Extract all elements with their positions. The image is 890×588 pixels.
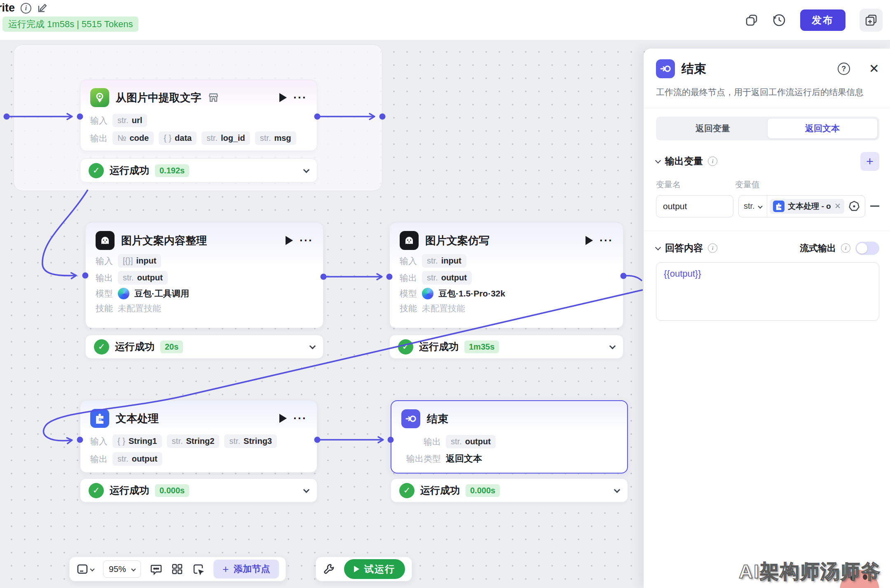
collapse-chevron-icon[interactable] [655, 244, 661, 250]
param-chip: str.output [112, 452, 162, 466]
add-variable-button[interactable]: + [860, 152, 879, 171]
test-run-button[interactable]: 试运行 [344, 559, 405, 579]
publish-button[interactable]: 发布 [800, 9, 846, 31]
svg-text:Str: Str [98, 418, 104, 422]
expand-chevron-icon[interactable] [309, 343, 316, 349]
output-label: 输出 [96, 272, 113, 284]
node-menu-button[interactable]: ··· [293, 413, 307, 424]
add-window-button[interactable] [860, 9, 883, 32]
plus-icon: + [222, 564, 229, 574]
param-chip: str.msg [255, 131, 296, 145]
variable-value-control[interactable]: str. Str 文本处理 - o... ✕ [738, 195, 865, 217]
answer-content-editor[interactable]: {{output}} [656, 262, 879, 321]
node-run-status-bar[interactable]: ✓ 运行成功 1m35s [389, 335, 623, 359]
output-type-label: 输出类型 [401, 453, 441, 464]
node-run-status-bar[interactable]: ✓ 运行成功 20s [85, 335, 323, 359]
zoom-level-dropdown[interactable]: 95% [103, 560, 141, 578]
node-run-status-bar[interactable]: ✓ 运行成功 0.000s [391, 478, 628, 502]
node-menu-button[interactable]: ··· [600, 235, 613, 246]
node-run-status-bar[interactable]: ✓ 运行成功 0.192s [80, 159, 317, 182]
output-label: 输出 [401, 436, 441, 448]
copy-link-icon[interactable] [745, 14, 758, 27]
node-end[interactable]: 结束 输出 str.output 输出类型 返回文本 [391, 400, 628, 474]
input-label: 输入 [90, 115, 108, 126]
run-node-button[interactable] [286, 236, 293, 245]
play-icon [354, 566, 359, 572]
node-menu-button[interactable]: ··· [293, 92, 307, 103]
expand-chevron-icon[interactable] [303, 486, 310, 493]
expand-chevron-icon[interactable] [609, 343, 616, 349]
export-canvas-icon[interactable] [192, 563, 204, 575]
node-extract-text-from-image[interactable]: 从图片中提取文字 ··· 输入 str.url 输出 №code { }data… [80, 79, 317, 151]
collapse-chevron-icon[interactable] [655, 157, 661, 163]
node-title: 结束 [427, 412, 448, 426]
node-title: 从图片中提取文字 [116, 91, 201, 105]
divider [644, 108, 890, 108]
node-menu-button[interactable]: ··· [300, 235, 313, 246]
chevron-down-icon [131, 567, 136, 571]
output-label: 输出 [400, 272, 417, 284]
expand-chevron-icon[interactable] [614, 486, 621, 493]
variable-name-input[interactable] [656, 195, 733, 217]
store-icon [208, 93, 219, 103]
model-label: 模型 [96, 288, 113, 299]
end-node-icon [656, 59, 675, 78]
text-processing-plugin-icon: Str [90, 409, 109, 428]
param-chip: str.output [446, 435, 496, 448]
remove-ref-icon[interactable]: ✕ [834, 201, 841, 211]
success-check-icon: ✓ [89, 483, 104, 498]
param-chip: str.output [422, 271, 472, 285]
node-config-panel: 结束 ? ✕ 工作流的最终节点，用于返回工作流运行后的结果信息 返回变量 返回文… [644, 49, 890, 588]
variable-settings-icon[interactable] [847, 200, 865, 213]
workflow-title-text: rite [0, 2, 15, 14]
edit-title-icon[interactable] [37, 3, 47, 13]
run-node-button[interactable] [586, 236, 593, 245]
skills-label: 技能 [96, 303, 113, 314]
workflow-title: rite i [0, 2, 47, 14]
expand-chevron-icon[interactable] [303, 166, 310, 173]
duration-badge: 0.000s [466, 484, 500, 497]
stream-output-toggle[interactable] [855, 242, 879, 255]
help-icon[interactable]: ? [838, 63, 850, 75]
model-label: 模型 [400, 288, 417, 299]
node-llm-copy-imitate[interactable]: 图片文案仿写 ··· 输入 str.input 输出 str.output 模型… [389, 222, 623, 328]
auto-layout-icon[interactable] [171, 563, 183, 575]
node-title: 图片文案内容整理 [121, 233, 207, 248]
chevron-down-icon [758, 204, 762, 208]
close-panel-icon[interactable]: ✕ [869, 63, 879, 75]
run-node-button[interactable] [279, 93, 287, 102]
output-label: 输出 [90, 453, 108, 465]
variable-ref-chip[interactable]: Str 文本处理 - o... ✕ [770, 199, 844, 214]
debug-wrench-icon[interactable] [323, 563, 335, 575]
model-name: 豆包·1.5·Pro·32k [438, 288, 505, 299]
duration-badge: 20s [160, 341, 183, 353]
node-llm-content-organize[interactable]: 图片文案内容整理 ··· 输入 [{}]input 输出 str.output … [85, 222, 323, 328]
end-node-icon [401, 409, 420, 428]
node-title: 文本处理 [116, 411, 159, 426]
tab-return-variables[interactable]: 返回变量 [658, 119, 768, 138]
history-icon[interactable] [772, 13, 786, 27]
zoom-level-value: 95% [109, 564, 126, 574]
duration-badge: 1m35s [464, 341, 499, 353]
run-node-button[interactable] [279, 414, 287, 423]
toggle-knob [857, 243, 867, 254]
canvas-mode-selector[interactable] [76, 563, 94, 575]
status-text: 运行成功 [110, 484, 149, 497]
skills-label: 技能 [400, 303, 417, 314]
variable-type-dropdown[interactable]: str. [739, 201, 767, 211]
status-text: 运行成功 [110, 164, 149, 177]
panel-description: 工作流的最终节点，用于返回工作流运行后的结果信息 [656, 86, 879, 99]
chevron-down-icon [90, 567, 94, 571]
info-icon[interactable]: i [21, 3, 31, 14]
success-check-icon: ✓ [89, 163, 104, 178]
variable-name-column-label: 变量名 [656, 179, 681, 190]
node-run-status-bar[interactable]: ✓ 运行成功 0.000s [80, 478, 317, 502]
status-text: 运行成功 [420, 484, 460, 497]
comment-icon[interactable] [150, 563, 162, 575]
doubao-model-icon [118, 288, 129, 299]
add-node-button[interactable]: + 添加节点 [213, 560, 279, 579]
remove-variable-button[interactable] [870, 205, 879, 207]
param-chip: { }data [159, 131, 197, 145]
node-text-processing[interactable]: Str 文本处理 ··· 输入 { }String1 str.String2 s… [80, 400, 317, 473]
tab-return-text[interactable]: 返回文本 [768, 119, 877, 138]
